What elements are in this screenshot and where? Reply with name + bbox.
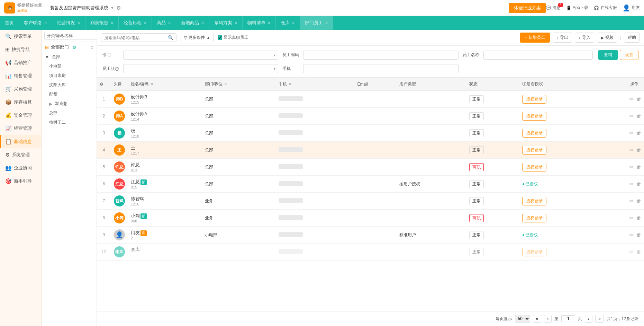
delete-icon[interactable]: 🗑 [636, 215, 641, 221]
auth-btn[interactable]: 授权登录 [522, 197, 546, 205]
message-btn[interactable]: 💬 消息 5 [546, 5, 561, 11]
auth-btn[interactable]: 授权登录 [522, 129, 546, 138]
delete-icon[interactable]: 🗑 [636, 130, 641, 136]
delete-icon[interactable]: 🗑 [636, 232, 641, 238]
th-phone[interactable]: 手机 ⇅ [276, 78, 355, 91]
experience-btn[interactable]: 体验行业方案 [509, 3, 546, 13]
edit-icon[interactable]: ✏ [629, 130, 634, 136]
nav-tab[interactable]: 利润报告✕ [85, 16, 119, 30]
set-btn[interactable]: 设置 [620, 50, 638, 60]
query-btn[interactable]: 查询 [598, 50, 618, 60]
th-name[interactable]: 姓名/编码 ⇅ [128, 78, 202, 91]
user-menu[interactable]: 👤 用友 [623, 4, 640, 12]
last-page-btn[interactable]: » [595, 315, 604, 323]
nav-tab[interactable]: 新增商品✕ [176, 16, 209, 30]
show-resigned-checkbox[interactable]: 显示离职员工 [218, 35, 248, 41]
edit-icon[interactable]: ✏ [629, 164, 634, 170]
edit-icon[interactable]: ✏ [629, 96, 634, 102]
name-filter-input[interactable] [483, 51, 593, 60]
nav-tab-close[interactable]: ✕ [325, 21, 328, 25]
nav-tab-close[interactable]: ✕ [292, 21, 295, 25]
dept-all-item[interactable]: ⊞ 全部部门 ⚙ « [42, 42, 97, 52]
left-nav-item[interactable]: 👥企业协同 [0, 161, 41, 175]
nav-tab[interactable]: 经营历程✕ [119, 16, 152, 30]
search-icon[interactable]: 🔍 [168, 35, 173, 40]
delete-icon[interactable]: 🗑 [636, 147, 641, 153]
left-nav-item[interactable]: 📦库存核算 [0, 96, 41, 109]
nav-tab[interactable]: 首页 [0, 16, 19, 30]
nav-tab-close[interactable]: ✕ [144, 21, 147, 25]
auth-btn[interactable]: 授权登录 [522, 163, 546, 171]
nav-tab-close[interactable]: ✕ [201, 21, 204, 25]
dept-tree-node[interactable]: 项目库房 [42, 71, 97, 80]
delete-icon[interactable]: 🗑 [636, 249, 641, 255]
nav-tab[interactable]: 条码方案✕ [209, 16, 243, 30]
next-page-btn[interactable]: › [585, 315, 592, 323]
prev-page-btn[interactable]: ‹ [544, 315, 552, 323]
auth-btn[interactable]: 授权登录 [522, 112, 546, 121]
edit-icon[interactable]: ✏ [629, 147, 634, 153]
auth-btn[interactable]: 授权登录 [522, 146, 546, 155]
left-nav-item[interactable]: 🛒采购管理 [0, 82, 41, 96]
dept-filter-select[interactable] [123, 51, 278, 60]
left-nav-item[interactable]: 🔍搜索菜单 [0, 30, 41, 43]
nav-tab[interactable]: 经营情况✕ [52, 16, 85, 30]
nav-tab[interactable]: 部门员工✕ [300, 16, 333, 30]
th-dept[interactable]: 部门/职位 ⇅ [202, 78, 276, 91]
add-employee-btn[interactable]: + 新增员工 [520, 33, 550, 43]
dropdown-icon[interactable]: ▾ [111, 5, 114, 10]
view-btn[interactable]: ▶ 视频 [597, 33, 617, 43]
more-conditions-btn[interactable]: ▽ 更多条件 ▲ [181, 33, 214, 42]
dept-tree-node[interactable]: 配货 [42, 90, 97, 99]
online-service-btn[interactable]: 🎧 在线客服 [594, 5, 617, 11]
delete-icon[interactable]: 🗑 [636, 96, 641, 102]
page-input[interactable]: 1 [561, 315, 575, 322]
left-nav-item[interactable]: 💰资金管理 [0, 109, 41, 122]
left-nav-item[interactable]: ⊞快捷导航 [0, 43, 41, 56]
dept-collapse-icon[interactable]: « [90, 44, 93, 50]
app-download-btn[interactable]: 📱 App下载 [566, 5, 588, 11]
dept-tree-node[interactable]: 总部 [42, 108, 97, 118]
nav-tab-close[interactable]: ✕ [44, 21, 47, 25]
left-nav-item[interactable]: ⚙系统管理 [0, 148, 41, 161]
first-page-btn[interactable]: « [533, 315, 542, 323]
status-filter-select[interactable] [123, 64, 278, 73]
search-input[interactable] [104, 35, 166, 40]
dept-tree-node[interactable]: ▼总部 [42, 52, 97, 62]
edit-icon[interactable]: ✏ [629, 215, 634, 221]
import-btn[interactable]: ↓ 导入 [575, 33, 594, 43]
nav-tab[interactable]: 仓库✕ [276, 16, 300, 30]
nav-tab[interactable]: 商品✕ [152, 16, 176, 30]
dept-tree-node[interactable]: 沈阳大库 [42, 80, 97, 90]
auth-btn[interactable]: 授权登录 [522, 248, 546, 256]
show-resigned-input[interactable] [218, 35, 222, 40]
phone-filter-input[interactable] [303, 64, 458, 73]
delete-icon[interactable]: 🗑 [636, 181, 641, 187]
nav-tab[interactable]: 客户联络✕ [19, 16, 52, 30]
th-settings[interactable]: ⚙ [97, 78, 111, 91]
nav-tab-close[interactable]: ✕ [234, 21, 237, 25]
edit-icon[interactable]: ✏ [629, 232, 634, 238]
dept-tree-node[interactable]: ▶双鹿想 [42, 99, 97, 108]
edit-icon[interactable]: ✏ [629, 249, 634, 255]
dept-gear-icon[interactable]: ⚙ [72, 45, 76, 50]
settings-icon[interactable]: ⚙ [116, 5, 121, 11]
dept-tree-node[interactable]: 植树王二 [42, 118, 97, 127]
nav-tab-close[interactable]: ✕ [110, 21, 114, 25]
dept-tree-node[interactable]: 小电部 [42, 62, 97, 71]
auth-btn[interactable]: 授权登录 [522, 95, 546, 104]
nav-tab-close[interactable]: ✕ [77, 21, 80, 25]
nav-tab[interactable]: 物料清单✕ [243, 16, 276, 30]
per-page-select[interactable]: 50 [515, 315, 530, 323]
left-nav-item[interactable]: 📊销售管理 [0, 69, 41, 82]
auth-btn[interactable]: 授权登录 [522, 214, 546, 222]
nav-tab-close[interactable]: ✕ [267, 21, 271, 25]
left-nav-item[interactable]: 📢营销推广 [0, 56, 41, 69]
help-btn[interactable]: 帮助 [624, 33, 640, 43]
delete-icon[interactable]: 🗑 [636, 164, 641, 170]
edit-icon[interactable]: ✏ [629, 198, 634, 204]
delete-icon[interactable]: 🗑 [636, 113, 641, 119]
edit-icon[interactable]: ✏ [629, 181, 634, 187]
left-nav-item[interactable]: 🎯新手引导 [0, 175, 41, 188]
export-btn[interactable]: ↑ 导出 [553, 33, 572, 43]
